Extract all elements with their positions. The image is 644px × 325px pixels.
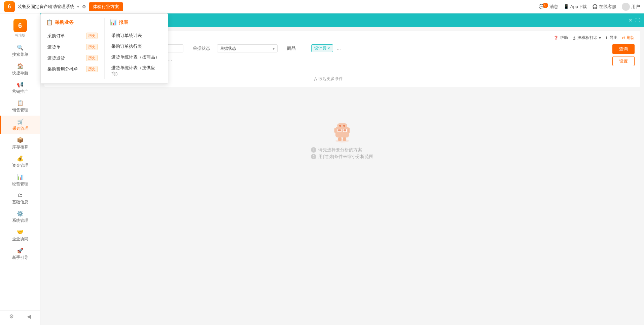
stock-return-history: 历史 (86, 55, 98, 61)
sidebar-item-finance-label: 资金管理 (12, 163, 28, 168)
chart-icon: 📊 (17, 174, 24, 180)
main-layout: 6 标准版 🔍 搜索菜单 🏠 快捷导航 📢 营销推广 📋 销售管理 (0, 13, 644, 325)
dropdown-item-purchase-order-exec[interactable]: 采购订单执行表 (110, 41, 163, 52)
sidebar-item-inventory[interactable]: 📦 库存核算 (0, 134, 40, 153)
basic-icon: 🗂 (17, 192, 23, 198)
logo-subtitle: 标准版 (15, 33, 25, 38)
export-btn[interactable]: ⬆ 导出 (605, 35, 618, 41)
settings-icon[interactable]: ⚙ (82, 4, 86, 10)
template-print-btn[interactable]: 🖨 按模板打印 ▾ (572, 35, 601, 41)
sidebar-item-marketing-label: 营销推广 (12, 89, 28, 94)
content-area: 首页 销售排行榜 × ✕ ⛶ ❓ 帮助 (40, 13, 644, 325)
purchase-cost-history: 历史 (86, 66, 98, 72)
svg-rect-11 (338, 137, 342, 141)
tab-bar-close-icon[interactable]: ✕ (629, 17, 633, 23)
system-icon: ⚙️ (17, 210, 24, 217)
sidebar-item-operation[interactable]: 📊 经营管理 (0, 171, 40, 190)
dropdown-item-purchase-order[interactable]: 采购订单 历史 (46, 30, 99, 41)
system-dropdown-arrow[interactable]: ▾ (77, 4, 79, 9)
sidebar-nav: 🔍 搜索菜单 🏠 快捷导航 📢 营销推广 📋 销售管理 🛒 采购管理 📦 (0, 42, 40, 310)
sidebar-item-newbie[interactable]: 🚀 新手引导 (0, 245, 40, 263)
sidebar-item-marketing[interactable]: 📢 营销推广 (0, 79, 40, 97)
sidebar-item-quick-nav[interactable]: 🏠 快捷导航 (0, 60, 40, 79)
empty-tip-1: 1 请先选择要分析的方案 (311, 147, 373, 153)
export-icon: ⬆ (605, 36, 608, 40)
refresh-icon: ↺ (622, 36, 625, 40)
tip-dot-2: 2 (311, 154, 316, 159)
print-arrow: ▾ (599, 36, 601, 40)
help-icon: ❓ (553, 36, 559, 40)
notification-btn[interactable]: 💬 6 消息 (539, 4, 558, 10)
tab-bar-expand-icon[interactable]: ⛶ (635, 17, 640, 23)
goods-label: 商品 (287, 45, 307, 51)
stock-return-label: 进货退货 (47, 55, 65, 61)
setting-btn[interactable]: 设置 (612, 56, 635, 66)
purchase-order-exec-label: 采购订单执行表 (111, 43, 142, 49)
user-btn[interactable]: 用户 (622, 3, 640, 11)
dropdown-item-purchase-cost[interactable]: 采购费用分摊单 历史 (46, 64, 99, 75)
dropdown-item-stock-in[interactable]: 进货单 历史 (46, 41, 99, 52)
purchase-section-icon: 📋 (46, 19, 53, 26)
box-icon: 📦 (17, 137, 24, 143)
megaphone-icon: 📢 (17, 81, 24, 88)
stock-in-label: 进货单 (47, 44, 61, 50)
sidebar-item-finance[interactable]: 💰 资金管理 (0, 153, 40, 171)
enterprise-icon: 🤝 (17, 229, 24, 235)
voucher-status-wrap: 单据状态 (217, 44, 278, 52)
purchase-order-stat-label: 采购订单统计表 (111, 33, 142, 39)
sidebar-item-purchase[interactable]: 🛒 采购管理 (0, 116, 40, 134)
svg-rect-1 (335, 127, 349, 137)
purchase-order-history: 历史 (86, 33, 98, 39)
empty-tip-2: 2 用[过滤]条件来缩小分析范围 (311, 154, 373, 160)
notification-badge: 6 (543, 3, 548, 8)
goods-tag: 设计费 × (311, 44, 333, 52)
stockin-by-supplier-label: 进货单统计表（按供应商） (111, 65, 162, 77)
refresh-btn[interactable]: ↺ 刷新 (622, 35, 635, 41)
sidebar-item-enterprise-label: 企业协同 (12, 236, 28, 242)
industry-btn[interactable]: 体验行业方案 (89, 2, 123, 11)
sidebar-item-basic[interactable]: 🗂 基础信息 (0, 190, 40, 208)
dropdown-item-purchase-order-stat[interactable]: 采购订单统计表 (110, 30, 163, 41)
report-section: 📊 报表 采购订单统计表 采购订单执行表 进货单统计表（按商品） 进货单统计表（… (104, 18, 168, 79)
query-btn[interactable]: 查询 (612, 44, 635, 54)
report-section-icon: 📊 (110, 19, 117, 26)
topbar-left: 6 装餐及固定资产辅助管理系统 ▾ ⚙ 体验行业方案 (4, 1, 539, 12)
salesperson-dots[interactable]: ... (168, 57, 172, 62)
sidebar-item-sales[interactable]: 📋 销售管理 (0, 97, 40, 116)
mobile-icon: 📱 (564, 4, 569, 9)
sidebar-item-purchase-label: 采购管理 (12, 126, 29, 131)
dropdown-item-stockin-by-supplier[interactable]: 进货单统计表（按供应商） (110, 63, 163, 79)
sidebar-settings-btn[interactable]: ⚙ (9, 313, 14, 320)
purchase-section-title: 📋 采购业务 (46, 18, 99, 29)
svg-rect-12 (343, 137, 346, 141)
purchase-order-label: 采购订单 (47, 33, 65, 39)
dropdown-item-stock-return[interactable]: 进货退货 历史 (46, 52, 99, 64)
sales-icon: 📋 (17, 100, 24, 106)
print-icon: 🖨 (572, 36, 576, 40)
sidebar-item-inventory-label: 库存核算 (12, 144, 28, 150)
sidebar-collapse-btn[interactable]: ◀ (27, 313, 31, 320)
sidebar-item-sales-label: 销售管理 (12, 107, 28, 113)
dropdown-item-stockin-by-goods[interactable]: 进货单统计表（按商品） (110, 52, 163, 63)
sidebar-item-system[interactable]: ⚙️ 系统管理 (0, 208, 40, 226)
sidebar-item-enterprise[interactable]: 🤝 企业协同 (0, 226, 40, 245)
collapse-arrow-icon: ⋀ (314, 77, 317, 81)
app-download-btn[interactable]: 📱 App下载 (564, 4, 587, 10)
empty-tips: 1 请先选择要分析的方案 2 用[过滤]条件来缩小分析范围 (311, 146, 373, 160)
logo-area: 6 标准版 (0, 16, 40, 42)
goods-dots[interactable]: ... (337, 46, 341, 51)
goods-tag-close[interactable]: × (328, 46, 330, 51)
svg-point-9 (339, 125, 341, 127)
stockin-by-goods-label: 进货单统计表（按商品） (111, 54, 159, 60)
sidebar-item-basic-label: 基础信息 (12, 199, 28, 205)
sidebar-item-search[interactable]: 🔍 搜索菜单 (0, 42, 40, 60)
svg-rect-5 (344, 129, 346, 131)
stock-in-history: 历史 (86, 44, 98, 50)
cart-icon: 🛒 (17, 118, 24, 125)
report-section-title: 📊 报表 (110, 18, 163, 29)
voucher-status-select[interactable]: 单据状态 (217, 44, 278, 52)
online-service-btn[interactable]: 🎧 在线客服 (592, 4, 616, 10)
help-btn[interactable]: ❓ 帮助 (553, 35, 568, 41)
svg-rect-7 (348, 128, 350, 133)
money-icon: 💰 (17, 155, 24, 162)
